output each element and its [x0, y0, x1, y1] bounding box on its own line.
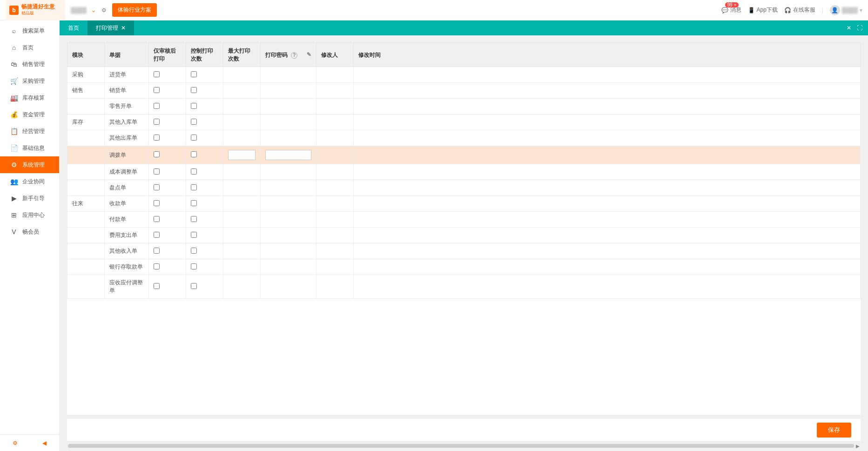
- cell-module: 采购: [67, 67, 105, 83]
- limit-checkbox[interactable]: [191, 119, 197, 125]
- limit-checkbox[interactable]: [191, 87, 197, 93]
- tab-1[interactable]: 打印管理✕: [87, 20, 134, 35]
- cell-limit: [186, 275, 223, 299]
- sidebar-item-4[interactable]: 🏭库存核算: [0, 89, 59, 106]
- try-industry-button[interactable]: 体验行业方案: [112, 3, 157, 17]
- audit-checkbox[interactable]: [154, 87, 160, 93]
- messages-link[interactable]: 💬 99 + 消息: [721, 6, 741, 14]
- sidebar-item-11[interactable]: ⊞应用中心: [0, 207, 59, 223]
- cell-modifier: [316, 180, 354, 196]
- limit-checkbox[interactable]: [191, 248, 197, 254]
- limit-checkbox[interactable]: [191, 216, 197, 222]
- table-row: 采购进货单: [67, 67, 861, 83]
- limit-checkbox[interactable]: [191, 103, 197, 109]
- fullscreen-icon[interactable]: ⛶: [857, 25, 862, 31]
- tab-0[interactable]: 首页: [60, 20, 87, 35]
- help-icon[interactable]: ?: [291, 52, 297, 59]
- limit-checkbox[interactable]: [191, 71, 197, 77]
- sidebar-item-5[interactable]: 💰资金管理: [0, 106, 59, 123]
- cell-module: [67, 243, 105, 259]
- horizontal-scrollbar[interactable]: ▶: [67, 444, 861, 448]
- cell-audit: [149, 180, 186, 196]
- audit-checkbox[interactable]: [154, 168, 160, 175]
- sidebar-item-1[interactable]: ⌂首页: [0, 39, 59, 56]
- th-doc: 单据: [105, 43, 149, 67]
- limit-checkbox[interactable]: [191, 263, 197, 269]
- limit-checkbox[interactable]: [191, 200, 197, 206]
- cell-audit: [149, 114, 186, 130]
- sidebar-item-10[interactable]: ▶新手引导: [0, 190, 59, 207]
- audit-checkbox[interactable]: [154, 135, 160, 141]
- sidebar-icon: ▶: [10, 195, 18, 202]
- cell-max: [223, 243, 261, 259]
- cell-time: [354, 67, 861, 83]
- audit-checkbox[interactable]: [154, 119, 160, 125]
- settings-icon[interactable]: ⚙: [101, 7, 107, 13]
- cell-doc: 收款单: [105, 196, 149, 212]
- save-button[interactable]: 保存: [817, 423, 851, 438]
- sidebar-item-9[interactable]: 👥企业协同: [0, 173, 59, 190]
- cell-time: [354, 99, 861, 114]
- sidebar-item-7[interactable]: 📄基础信息: [0, 140, 59, 156]
- gear-icon[interactable]: ⚙: [13, 440, 18, 446]
- cell-time: [354, 114, 861, 130]
- audit-checkbox[interactable]: [154, 151, 160, 157]
- cell-time: [354, 83, 861, 99]
- cell-doc: 零售开单: [105, 99, 149, 114]
- audit-checkbox[interactable]: [154, 283, 160, 289]
- sidebar: ⌕搜索菜单⌂首页🛍销售管理🛒采购管理🏭库存核算💰资金管理📋经营管理📄基础信息⚙系…: [0, 20, 60, 451]
- sidebar-icon: V: [10, 228, 18, 236]
- sidebar-label: 经营管理: [22, 128, 45, 135]
- audit-checkbox[interactable]: [154, 200, 160, 206]
- phone-icon: 📱: [748, 7, 755, 13]
- sidebar-item-8[interactable]: ⚙系统管理: [0, 156, 59, 173]
- sidebar-icon: 🏭: [10, 94, 18, 101]
- close-all-icon[interactable]: ✕: [847, 25, 851, 31]
- cell-module: [67, 259, 105, 275]
- scrollbar-thumb[interactable]: [68, 444, 854, 448]
- audit-checkbox[interactable]: [154, 248, 160, 254]
- cell-pwd: [261, 196, 316, 212]
- password-input[interactable]: [265, 150, 311, 160]
- cell-max: [223, 259, 261, 275]
- table-row: 其他出库单: [67, 130, 861, 146]
- sidebar-item-3[interactable]: 🛒采购管理: [0, 73, 59, 89]
- divider: |: [822, 7, 823, 13]
- table-row: 付款单: [67, 212, 861, 228]
- th-max-count: 最大打印次数: [223, 43, 261, 67]
- sidebar-item-0[interactable]: ⌕搜索菜单: [0, 22, 59, 39]
- collapse-icon[interactable]: ◀: [42, 440, 47, 446]
- edit-icon[interactable]: ✎: [307, 51, 311, 58]
- cell-module: [67, 275, 105, 299]
- audit-checkbox[interactable]: [154, 184, 160, 190]
- limit-checkbox[interactable]: [191, 283, 197, 289]
- limit-checkbox[interactable]: [191, 184, 197, 190]
- max-count-input[interactable]: [228, 150, 256, 160]
- audit-checkbox[interactable]: [154, 103, 160, 109]
- audit-checkbox[interactable]: [154, 216, 160, 222]
- audit-checkbox[interactable]: [154, 232, 160, 238]
- sidebar-item-12[interactable]: V畅会员: [0, 223, 59, 240]
- audit-checkbox[interactable]: [154, 71, 160, 77]
- cell-doc: 应收应付调整单: [105, 275, 149, 299]
- audit-checkbox[interactable]: [154, 263, 160, 269]
- cell-doc: 其他收入单: [105, 243, 149, 259]
- support-link[interactable]: 🎧 在线客服: [784, 6, 815, 14]
- app-download-link[interactable]: 📱 App下载: [748, 6, 778, 14]
- cell-pwd: [261, 67, 316, 83]
- limit-checkbox[interactable]: [191, 168, 197, 175]
- scroll-right-icon[interactable]: ▶: [856, 444, 860, 449]
- cell-max: [223, 130, 261, 146]
- sidebar-item-6[interactable]: 📋经营管理: [0, 123, 59, 140]
- tab-close-icon[interactable]: ✕: [121, 25, 126, 31]
- limit-checkbox[interactable]: [191, 151, 197, 157]
- footer-bar: 保存: [67, 418, 861, 441]
- tenant-selector[interactable]: ████ ⌄: [71, 7, 96, 13]
- logo-subtitle: 精品版: [21, 10, 55, 16]
- cell-modifier: [316, 99, 354, 114]
- limit-checkbox[interactable]: [191, 232, 197, 238]
- cell-limit: [186, 114, 223, 130]
- limit-checkbox[interactable]: [191, 135, 197, 141]
- sidebar-item-2[interactable]: 🛍销售管理: [0, 56, 59, 73]
- user-menu[interactable]: 👤 ████ ▾: [830, 5, 862, 15]
